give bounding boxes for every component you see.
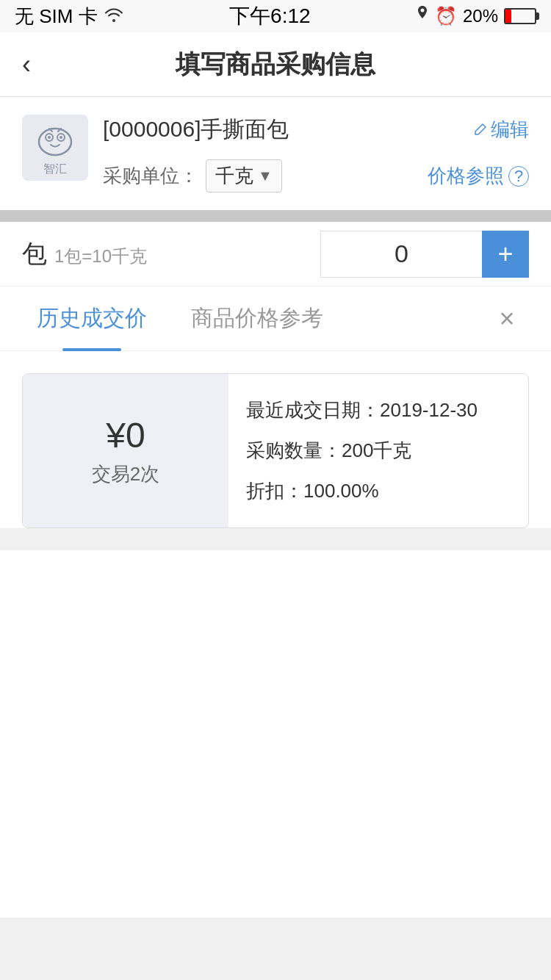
- unit-row: 采购单位： 千克 ▼ 价格参照 ?: [103, 159, 529, 192]
- empty-area: [0, 550, 551, 918]
- card-price: ¥0: [106, 415, 145, 455]
- transaction-card: ¥0 交易2次 最近成交日期：2019-12-30 采购数量：200千克 折扣：…: [22, 373, 529, 528]
- quantity-input[interactable]: [320, 231, 482, 278]
- location-icon: [416, 6, 429, 26]
- status-right: ⏰ 20%: [416, 6, 536, 26]
- product-section: 智汇 [0000006]手撕面包 编辑 采购单位： 千克: [0, 97, 551, 210]
- date-value: 2019-12-30: [380, 399, 478, 421]
- svg-point-4: [60, 136, 62, 139]
- date-label: 最近成交日期：: [246, 399, 380, 421]
- tab-history-label: 历史成交价: [37, 303, 147, 334]
- discount-label: 折扣：: [246, 480, 303, 502]
- status-left: 无 SIM 卡: [15, 4, 124, 29]
- battery-icon: [504, 8, 536, 24]
- tabs-close-button[interactable]: ×: [485, 297, 529, 341]
- page-title: 填写商品采购信息: [66, 48, 485, 82]
- svg-point-0: [39, 129, 71, 155]
- product-logo: 智汇: [35, 121, 76, 175]
- qty-unit: 包: [22, 237, 47, 271]
- logo-text: 智汇: [35, 163, 76, 175]
- quantity-value: 200千克: [342, 439, 411, 461]
- product-name-row: [0000006]手撕面包 编辑: [103, 115, 529, 145]
- unit-left: 采购单位： 千克 ▼: [103, 159, 282, 192]
- status-time: 下午6:12: [229, 2, 311, 30]
- discount-value: 100.00%: [303, 480, 379, 502]
- chevron-down-icon: ▼: [258, 167, 273, 184]
- product-info: [0000006]手撕面包 编辑 采购单位： 千克 ▼: [103, 115, 529, 192]
- price-ref-label: 价格参照: [428, 163, 504, 189]
- wifi-icon: [104, 5, 124, 28]
- card-right: 最近成交日期：2019-12-30 采购数量：200千克 折扣：100.00%: [228, 374, 528, 527]
- gray-divider: [0, 210, 551, 222]
- unit-select[interactable]: 千克 ▼: [206, 159, 282, 192]
- unit-value: 千克: [215, 163, 253, 189]
- tab-history-price[interactable]: 历史成交价: [22, 287, 162, 351]
- card-discount-row: 折扣：100.00%: [246, 477, 511, 505]
- quantity-label: 包 1包=10千克: [22, 237, 147, 271]
- main-content: 智汇 [0000006]手撕面包 编辑 采购单位： 千克: [0, 97, 551, 980]
- unit-label: 采购单位：: [103, 163, 198, 189]
- status-bar: 无 SIM 卡 下午6:12 ⏰ 20%: [0, 0, 551, 32]
- alarm-icon: ⏰: [435, 6, 457, 26]
- quantity-label-detail: 采购数量：: [246, 439, 342, 461]
- help-icon: ?: [508, 166, 529, 187]
- edit-button[interactable]: 编辑: [472, 117, 529, 143]
- battery-percent: 20%: [463, 6, 498, 26]
- price-ref-button[interactable]: 价格参照 ?: [428, 163, 529, 189]
- quantity-control: +: [320, 231, 529, 278]
- product-name: [0000006]手撕面包: [103, 115, 289, 145]
- card-date-row: 最近成交日期：2019-12-30: [246, 396, 511, 425]
- card-quantity-row: 采购数量：200千克: [246, 436, 511, 465]
- tab-price-ref[interactable]: 商品价格参考: [176, 287, 338, 351]
- card-transaction-count: 交易2次: [92, 461, 159, 487]
- back-button[interactable]: ‹: [22, 49, 66, 80]
- edit-label: 编辑: [491, 117, 529, 143]
- card-left: ¥0 交易2次: [23, 374, 228, 527]
- product-thumbnail: 智汇: [22, 115, 88, 181]
- quantity-row: 包 1包=10千克 +: [0, 222, 551, 287]
- tab-price-ref-label: 商品价格参考: [191, 303, 323, 334]
- svg-point-3: [48, 136, 51, 139]
- tabs-header: 历史成交价 商品价格参考 ×: [0, 287, 551, 351]
- carrier-label: 无 SIM 卡: [15, 4, 98, 29]
- qty-conversion: 1包=10千克: [54, 245, 147, 268]
- quantity-plus-button[interactable]: +: [482, 231, 529, 278]
- product-header: 智汇 [0000006]手撕面包 编辑 采购单位： 千克: [22, 115, 529, 192]
- battery-fill: [505, 10, 511, 23]
- tabs-section: 历史成交价 商品价格参考 × ¥0 交易2次 最近成交日期：2019-12-30…: [0, 287, 551, 528]
- nav-bar: ‹ 填写商品采购信息: [0, 32, 551, 97]
